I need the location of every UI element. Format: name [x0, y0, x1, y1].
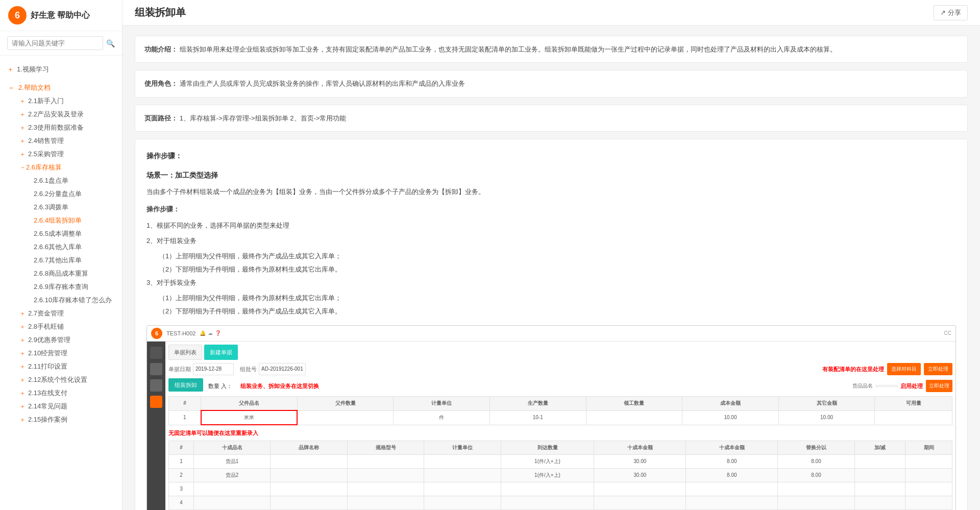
sidebar-item-stockerror[interactable]: 2.6.10库存账本错了怎么办 — [23, 294, 115, 307]
app-icon-cloud: ☁ — [208, 328, 213, 338]
sidebar-item-data[interactable]: ＋ 2.3使用前数据准备 — [16, 121, 115, 134]
intro-title: 功能介绍： — [144, 45, 178, 53]
intro-block: 功能介绍： 组装拆卸单用来处理企业组装或拆卸等加工业务，支持有固定装配清单的产品… — [135, 36, 968, 63]
plus-icon-print: ＋ — [19, 362, 26, 371]
sidebar-item-finance[interactable]: ＋ 2.7资金管理 — [16, 307, 115, 320]
app-apply-btn[interactable]: 立即处理 — [924, 363, 952, 375]
scene1-desc: 当由多个子件材料组装成一个成品的业务为【组装】业务，当由一个父件拆分成多个子产品… — [146, 185, 956, 199]
table-row: 1 货品1 1(件/入+上) 30.00 8.00 8.00 — [169, 455, 952, 469]
app-date-value[interactable]: 2019-12-28 — [193, 363, 234, 375]
col-parent-qty: 父件数量 — [297, 397, 394, 411]
plus-icon-purchase: ＋ — [19, 150, 26, 159]
sidebar-item-newbie[interactable]: ＋ 2.1新手入门 — [16, 94, 115, 108]
sidebar-item-splitcount[interactable]: 2.6.2分量盘点单 — [23, 187, 115, 201]
sidebar-item-otherinstock[interactable]: 2.6.6其他入库单 — [23, 240, 115, 254]
screenshot-wrapper: 6 TEST-H002 🔔 ☁ ❓ CC — [146, 325, 956, 510]
sidebar-item-onlinepay[interactable]: ＋ 2.13在线支付 — [16, 386, 115, 400]
sidebar-item-stockledger[interactable]: 2.6.9库存账本查询 — [23, 280, 115, 294]
app-confirm-btn[interactable]: 选择对科目 — [887, 363, 921, 375]
sidebar-item-sysconfig[interactable]: ＋ 2.12系统个性化设置 — [16, 373, 115, 386]
sidebar-item-inventory[interactable]: － 2.6库存核算 — [16, 161, 115, 174]
app-screenshot: 6 TEST-H002 🔔 ☁ ❓ CC — [146, 325, 956, 510]
table-child-header-row: # 十成品名 品牌名称 规格型号 计量单位 到达数量 十成本金额 十成本金额 替 — [169, 441, 952, 455]
app-sidebar-icons — [147, 342, 165, 411]
col-num: # — [169, 397, 201, 411]
app-bill-label: 组批号 — [240, 363, 257, 375]
role-text: 通常由生产人员或库管人员完成拆装业务的操作，库管人员确认原材料的出库和产成品的入… — [180, 80, 465, 87]
plus-icon-mobile: ＋ — [19, 323, 26, 331]
sidebar-icon-active — [150, 396, 162, 408]
step2-2: （2）下部明细为子件明细，最终作为原材料生成其它出库单。 — [159, 263, 956, 276]
sidebar-item-goodscost[interactable]: 2.6.8商品成本重算 — [23, 267, 115, 280]
logo-icon: 6 — [8, 6, 27, 25]
sidebar-item-print[interactable]: ＋ 2.11打印设置 — [16, 360, 115, 373]
supplier-label: 货品品名 — [852, 381, 873, 391]
tab-new[interactable]: 新建单据 — [204, 345, 238, 360]
plus-icon-newbie: ＋ — [19, 97, 26, 106]
share-icon: ↗ — [940, 9, 946, 16]
sidebar-item-video[interactable]: ＋ 1.视频学习 — [7, 63, 115, 76]
table-row: 1 米米 件 10-1 10.00 10.00 — [169, 410, 952, 425]
app-supplier-input[interactable] — [876, 385, 897, 387]
table-parent-header-row: # 父件品名 父件数量 计量单位 生产数量 领工数量 成本金额 其它金额 可用量 — [169, 397, 952, 411]
plus-icon-install: ＋ — [19, 110, 26, 119]
app-body: 单据列表 新建单据 单据日期 2019-12-28 — [147, 342, 955, 510]
app-annotation2-wrap: 组装业务、拆卸业务在这里切换 — [240, 380, 319, 392]
table-parent-body: 1 米米 件 10-1 10.00 10.00 — [169, 410, 952, 425]
table-row: 2 货品2 1(件/入+上) 30.00 8.00 8.00 — [169, 469, 952, 482]
share-button[interactable]: ↗ 分享 — [934, 5, 968, 20]
path-text: 1、库存核算->库存管理->组装拆卸单 2、首页->常用功能 — [180, 114, 347, 122]
step3-2: （2）下部明细为子件明细，最终作为产成品生成其它入库单。 — [159, 305, 956, 318]
app-id: TEST-H002 — [166, 328, 195, 339]
search-icon[interactable]: 🔍 — [106, 39, 115, 47]
sidebar-item-cases[interactable]: ＋ 2.15操作案例 — [16, 413, 115, 426]
table-child-body: 1 货品1 1(件/入+上) 30.00 8.00 8.00 — [169, 455, 952, 510]
sidebar-item-helpdoc[interactable]: － 2.帮助文档 — [7, 81, 115, 94]
path-title: 页面路径： — [144, 114, 178, 122]
annotation-bom: 有装配清单的在这里处理 — [822, 363, 884, 375]
sidebar-item-transfer[interactable]: 2.6.3调拨单 — [23, 201, 115, 214]
ops-steps-title: 操作步骤： — [146, 203, 956, 216]
plus-icon-sysconfig: ＋ — [19, 376, 26, 384]
sidebar-item-sales[interactable]: ＋ 2.4销售管理 — [16, 134, 115, 148]
sidebar-item-mobile[interactable]: ＋ 2.8手机旺铺 — [16, 320, 115, 333]
search-area: 🔍 — [0, 31, 122, 56]
sidebar-item-otheroutstock[interactable]: 2.6.7其他出库单 — [23, 254, 115, 267]
plus-icon-ops: ＋ — [19, 349, 26, 358]
col-other: 其它金额 — [778, 397, 875, 411]
app-topbar: 6 TEST-H002 🔔 ☁ ❓ CC — [147, 326, 955, 342]
page-title: 组装拆卸单 — [135, 6, 186, 19]
app-icons-row: 🔔 ☁ ❓ — [200, 328, 221, 338]
app-date-label: 单据日期 — [168, 363, 191, 375]
plus-icon-data: ＋ — [19, 124, 26, 132]
minus-icon: － — [7, 84, 15, 92]
plus-icon-coupon: ＋ — [19, 336, 26, 345]
role-title: 使用角色： — [144, 80, 178, 87]
app-header-right: CC — [944, 328, 951, 338]
topbar: 组装拆卸单 ↗ 分享 — [122, 0, 980, 26]
sidebar-item-coupon[interactable]: ＋ 2.9优惠券管理 — [16, 333, 115, 347]
minus-icon-inventory: － — [19, 163, 26, 172]
sidebar-item-purchase[interactable]: ＋ 2.5采购管理 — [16, 148, 115, 161]
table-row: 3 — [169, 482, 952, 496]
sidebar-item-costadj[interactable]: 2.6.5成本调整单 — [23, 227, 115, 240]
app-save-btn[interactable]: 立即处理 — [926, 380, 952, 392]
step3-1: （1）上部明细为父件明细，最终作为原材料生成其它出库单； — [159, 292, 956, 305]
sidebar-item-install[interactable]: ＋ 2.2产品安装及登录 — [16, 108, 115, 121]
tab-list[interactable]: 单据列表 — [168, 345, 202, 360]
app-bill-value[interactable]: AD-20191226-001 — [259, 363, 306, 375]
sidebar-item-assembly[interactable]: 2.6.4组装拆卸单 — [23, 214, 115, 227]
sidebar-item-faq[interactable]: ＋ 2.14常见问题 — [16, 400, 115, 413]
sidebar-item-ops[interactable]: ＋ 2.10经营管理 — [16, 347, 115, 360]
logo-text: 好生意 帮助中心 — [31, 10, 90, 21]
nav-tree: ＋ 1.视频学习 － 2.帮助文档 ＋ 2.1新手入门 ＋ 2.2产品安装及登录 — [0, 56, 122, 510]
search-input[interactable] — [7, 36, 103, 50]
sidebar-icon-menu — [150, 363, 162, 375]
app-table-parent: # 父件品名 父件数量 计量单位 生产数量 领工数量 成本金额 其它金额 可用量 — [168, 396, 952, 425]
content-area: 功能介绍： 组装拆卸单用来处理企业组装或拆卸等加工业务，支持有固定装配清单的产品… — [122, 26, 980, 510]
nav-section-2: － 2.帮助文档 ＋ 2.1新手入门 ＋ 2.2产品安装及登录 ＋ 2.3使用前… — [0, 78, 122, 428]
sidebar-item-stockcount[interactable]: 2.6.1盘点单 — [23, 174, 115, 187]
app-icon-help: ❓ — [215, 328, 221, 338]
app-inner-tab-assembly[interactable]: 组装拆卸 — [168, 378, 203, 392]
sidebar-icon-home — [150, 347, 162, 359]
